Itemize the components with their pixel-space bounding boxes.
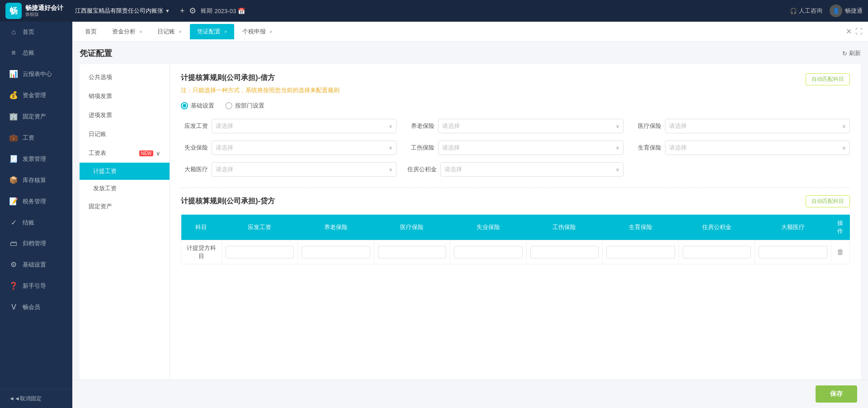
company-selector[interactable]: 江西服宝精品有限责任公司内账张 ▼ bbox=[75, 7, 170, 15]
tab-journal-close[interactable]: × bbox=[179, 29, 181, 34]
cancel-pin-button[interactable]: ◄◄取消固定 bbox=[0, 389, 72, 408]
row-work-injury-input[interactable] bbox=[530, 246, 599, 258]
row-medical-input[interactable] bbox=[378, 246, 447, 258]
salary-field: 应发工资 请选择 ∨ bbox=[181, 119, 396, 133]
row-unemployment-input[interactable] bbox=[454, 246, 523, 258]
vip-icon: Ⅴ bbox=[9, 303, 18, 311]
row-action-cell: 🗑 bbox=[831, 240, 849, 264]
sidebar-item-guide[interactable]: ❓ 新手引导 bbox=[0, 275, 72, 296]
sidebar-item-invoice[interactable]: 🧾 发票管理 bbox=[0, 148, 72, 169]
large-medical-select[interactable]: 请选择 ∨ bbox=[212, 162, 396, 177]
radio-basic[interactable]: 基础设置 bbox=[181, 102, 214, 110]
nav-salary-accrual-label: 计提工资 bbox=[93, 168, 117, 174]
headset-icon: 🎧 bbox=[790, 8, 797, 14]
tax-icon: 📝 bbox=[9, 197, 18, 206]
new-badge: NEW bbox=[139, 150, 153, 156]
sidebar-item-salary[interactable]: 💼 工资 bbox=[0, 127, 72, 148]
housing-select[interactable]: 请选择 ∨ bbox=[440, 162, 623, 177]
sidebar-label-tax: 税务管理 bbox=[23, 197, 46, 206]
sidebar-item-tax[interactable]: 📝 税务管理 bbox=[0, 191, 72, 212]
sidebar: ⌂ 首页 ≡ 总账 📊 云报表中心 💰 资金管理 🏢 固定资产 💼 工资 🧾 发… bbox=[0, 22, 72, 408]
archive-icon: 🗃 bbox=[9, 239, 18, 248]
tab-journal[interactable]: 日记账 × bbox=[150, 24, 189, 39]
nav-public[interactable]: 公共选项 bbox=[80, 68, 170, 87]
nav-sales-label: 销项发票 bbox=[89, 92, 112, 100]
sidebar-item-home[interactable]: ⌂ 首页 bbox=[0, 22, 72, 42]
settings-icon[interactable]: ⚙ bbox=[189, 6, 196, 16]
nav-salary-pay[interactable]: 发放工资 bbox=[80, 180, 170, 197]
closing-icon: ✓ bbox=[9, 218, 18, 227]
maternity-select[interactable]: 请选择 ∨ bbox=[665, 141, 850, 155]
tab-tax-report[interactable]: 个税申报 × bbox=[235, 24, 279, 39]
tab-fund[interactable]: 资金分析 × bbox=[105, 24, 149, 39]
sidebar-label-basic: 基础设置 bbox=[23, 261, 46, 269]
sidebar-item-ledger[interactable]: ≡ 总账 bbox=[0, 42, 72, 63]
user-info[interactable]: 👤 畅捷通 bbox=[830, 5, 863, 17]
row-pension-input[interactable] bbox=[302, 246, 370, 258]
debit-section: 计提核算规则(公司承担)-借方 注：只能选择一种方式，系统将按照您当前的选择来配… bbox=[181, 73, 850, 177]
tab-voucher-close[interactable]: × bbox=[224, 29, 227, 34]
save-label: 保存 bbox=[830, 390, 843, 397]
sidebar-item-vip[interactable]: Ⅴ 畅会员 bbox=[0, 296, 72, 318]
sidebar-item-archive[interactable]: 🗃 归档管理 bbox=[0, 233, 72, 254]
tab-voucher[interactable]: 凭证配置 × bbox=[190, 24, 234, 39]
auto-match-debit-button[interactable]: 自动匹配科目 bbox=[806, 73, 850, 85]
content-area: 首页 资金分析 × 日记账 × 凭证配置 × 个税申报 × ✕ ⛶ bbox=[72, 22, 868, 408]
salary-placeholder: 请选择 bbox=[216, 122, 233, 130]
username: 畅捷通 bbox=[845, 7, 863, 15]
period-selector[interactable]: 账期 2023-03 📅 bbox=[201, 7, 245, 15]
close-tab-button[interactable]: ✕ bbox=[846, 27, 852, 36]
row-maternity-input[interactable] bbox=[606, 246, 675, 258]
nav-sales[interactable]: 销项发票 bbox=[80, 87, 170, 106]
period-value: 2023-03 bbox=[214, 8, 236, 14]
nav-salary-table[interactable]: 工资表 NEW ∨ bbox=[80, 144, 170, 163]
sidebar-item-reports[interactable]: 📊 云报表中心 bbox=[0, 63, 72, 84]
sidebar-item-inventory[interactable]: 📦 库存核算 bbox=[0, 169, 72, 191]
row-housing-input[interactable] bbox=[683, 246, 751, 258]
radio-group: 基础设置 按部门设置 bbox=[181, 102, 850, 110]
tab-tax-close[interactable]: × bbox=[269, 29, 272, 34]
save-button[interactable]: 保存 bbox=[816, 385, 857, 403]
tab-tax-label: 个税申报 bbox=[242, 28, 266, 36]
radio-dept[interactable]: 按部门设置 bbox=[225, 102, 264, 110]
reports-icon: 📊 bbox=[9, 70, 18, 78]
company-name: 江西服宝精品有限责任公司内账张 bbox=[75, 7, 163, 15]
sidebar-item-assets[interactable]: 🏢 固定资产 bbox=[0, 106, 72, 127]
unemployment-arrow-icon: ∨ bbox=[389, 145, 392, 151]
large-medical-placeholder: 请选择 bbox=[216, 165, 233, 174]
nav-salary-accrual[interactable]: 计提工资 bbox=[80, 163, 170, 180]
nav-fixed-assets[interactable]: 固定资产 bbox=[80, 197, 170, 216]
row-large-medical-input[interactable] bbox=[759, 246, 827, 258]
medical-select[interactable]: 请选择 ∨ bbox=[665, 119, 850, 133]
refresh-button[interactable]: ↻ 刷新 bbox=[842, 49, 861, 57]
sidebar-item-closing[interactable]: ✓ 结账 bbox=[0, 212, 72, 233]
nav-journal[interactable]: 日记账 bbox=[80, 125, 170, 144]
tab-fund-label: 资金分析 bbox=[112, 28, 136, 36]
sidebar-item-basic[interactable]: ⚙ 基础设置 bbox=[0, 254, 72, 275]
radio-basic-label: 基础设置 bbox=[191, 102, 214, 110]
row-medical-cell bbox=[374, 240, 450, 264]
sidebar-label-invoice: 发票管理 bbox=[23, 155, 46, 163]
tab-fund-close[interactable]: × bbox=[139, 29, 142, 34]
sidebar-label-guide: 新手引导 bbox=[23, 282, 46, 290]
tab-home-label: 首页 bbox=[85, 28, 97, 36]
pension-select[interactable]: 请选择 ∨ bbox=[438, 119, 623, 133]
nav-purchase-label: 进项发票 bbox=[89, 111, 112, 119]
unemployment-field: 失业保险 请选择 ∨ bbox=[181, 141, 396, 155]
sidebar-label-salary: 工资 bbox=[23, 134, 34, 142]
topbar-right: 🎧 人工咨询 👤 畅捷通 bbox=[790, 5, 863, 17]
auto-match-credit-button[interactable]: 自动匹配科目 bbox=[806, 195, 850, 207]
delete-row-button[interactable]: 🗑 bbox=[837, 248, 844, 256]
sidebar-item-fund[interactable]: 💰 资金管理 bbox=[0, 84, 72, 106]
service-button[interactable]: 🎧 人工咨询 bbox=[790, 7, 822, 15]
expand-button[interactable]: ⛶ bbox=[855, 28, 863, 36]
work-injury-select[interactable]: 请选择 ∨ bbox=[438, 141, 623, 155]
add-button[interactable]: + bbox=[180, 6, 185, 16]
inventory-icon: 📦 bbox=[9, 176, 18, 184]
credit-title: 计提核算规则(公司承担)-贷方 bbox=[181, 197, 275, 206]
tab-home[interactable]: 首页 bbox=[78, 24, 104, 39]
unemployment-select[interactable]: 请选择 ∨ bbox=[212, 141, 396, 155]
salary-select[interactable]: 请选择 ∨ bbox=[212, 119, 396, 133]
nav-purchase[interactable]: 进项发票 bbox=[80, 106, 170, 125]
row-salary-input[interactable] bbox=[226, 246, 294, 258]
